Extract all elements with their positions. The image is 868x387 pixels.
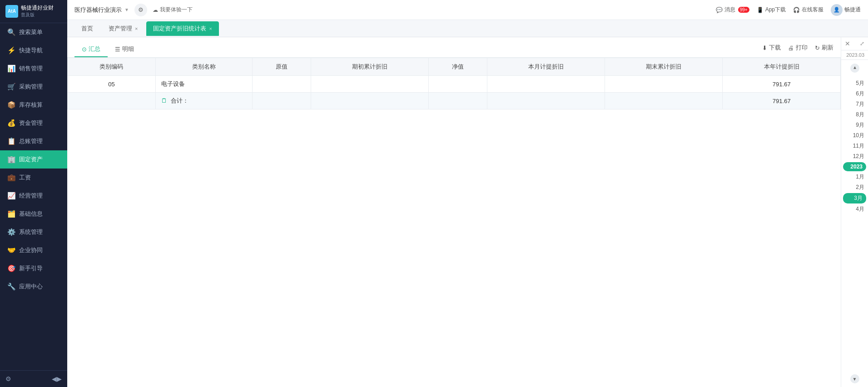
right-panel-expand-button[interactable]: ⤢ <box>860 40 864 47</box>
settings-icon[interactable]: ⚙ <box>5 375 11 382</box>
total-closing-depr <box>605 93 723 109</box>
company-selector[interactable]: 医疗器械行业演示 ▼ <box>74 6 129 14</box>
assets-icon: 🏢 <box>7 155 15 164</box>
sidebar-item-label-funds: 资金管理 <box>19 119 43 127</box>
month-item-3[interactable]: 3月 <box>843 193 866 203</box>
app-download-button[interactable]: 📱 App下载 <box>757 6 786 14</box>
month-item-11[interactable]: 11月 <box>841 141 868 151</box>
guide-icon: 🎯 <box>7 264 15 273</box>
right-panel-close-button[interactable]: ✕ <box>845 40 850 47</box>
cell-original <box>253 76 311 93</box>
sidebar-item-label-purchase: 采购管理 <box>19 83 43 91</box>
month-item-4[interactable]: 4月 <box>841 204 868 214</box>
download-button[interactable]: ⬇ 下载 <box>762 44 781 52</box>
depreciation-table: 类别编码 类别名称 原值 期初累计折旧 净值 本月计提折旧 期末累计折旧 本年计… <box>67 58 841 109</box>
month-item-10[interactable]: 10月 <box>841 130 868 141</box>
total-annual-depr: 791.67 <box>723 93 841 109</box>
sidebar-item-operations[interactable]: 📈经营管理 <box>0 187 67 205</box>
print-icon: 🖨 <box>788 45 794 51</box>
ledger-icon: 📋 <box>7 137 15 145</box>
summary-tab-label: 汇总 <box>89 45 100 53</box>
toggle-sidebar-button[interactable]: ◀▶ <box>52 375 62 382</box>
cell-closing-depr <box>605 76 723 93</box>
month-item-12[interactable]: 12月 <box>841 151 868 162</box>
month-item-5[interactable]: 5月 <box>841 78 868 89</box>
total-net-value <box>429 93 487 109</box>
total-label: 合计： <box>171 97 188 104</box>
logo-sub: 普及版 <box>21 12 54 18</box>
sidebar-item-assets[interactable]: 🏢固定资产 <box>0 150 67 169</box>
sidebar-item-label-collab: 企业协同 <box>19 246 43 254</box>
sidebar-item-search[interactable]: 🔍搜索菜单 <box>0 23 67 41</box>
asset-mgmt-tab-label: 资产管理 <box>109 25 132 33</box>
basic-icon: 🗂️ <box>7 210 15 218</box>
month-item-2[interactable]: 2月 <box>841 182 868 193</box>
depreciation-tab-close[interactable]: × <box>209 26 212 31</box>
sidebar-item-label-payroll: 工资 <box>19 174 31 182</box>
quicknav-icon: ⚡ <box>7 46 15 55</box>
month-item-9[interactable]: 9月 <box>841 120 868 130</box>
cell-code: 05 <box>68 76 156 93</box>
tab-summary[interactable]: ⊙ 汇总 <box>74 42 108 57</box>
col-header-net-value: 净值 <box>429 58 487 76</box>
print-button[interactable]: 🖨 打印 <box>788 44 808 52</box>
logo-title: 畅捷通好业财 <box>21 5 54 12</box>
tab-asset-mgmt[interactable]: 资产管理 × <box>102 21 144 36</box>
company-name: 医疗器械行业演示 <box>74 6 122 14</box>
cell-opening-depr <box>311 76 428 93</box>
sidebar-item-payroll[interactable]: 💼工资 <box>0 169 67 187</box>
detail-tab-icon: ☰ <box>115 46 120 53</box>
sidebar-item-basic[interactable]: 🗂️基础信息 <box>0 205 67 223</box>
tab-depreciation[interactable]: 固定资产折旧统计表 × <box>146 21 218 36</box>
content-main: ⊙ 汇总 ☰ 明细 ⬇ 下载 🖨 打印 <box>67 37 841 387</box>
funds-icon: 💰 <box>7 119 15 127</box>
topbar: 医疗器械行业演示 ▼ ⚙ ☁ 我要体验一下 💬 消息 99+ 📱 App下载 🎧… <box>67 0 868 20</box>
col-header-closing-depr: 期末累计折旧 <box>605 58 723 76</box>
month-item-8[interactable]: 8月 <box>841 109 868 120</box>
sidebar-item-label-guide: 新手引导 <box>19 264 43 273</box>
sidebar-item-appcenter[interactable]: 🔧应用中心 <box>0 278 67 296</box>
table-total-row: 🗒 合计： 791.67 <box>68 93 841 109</box>
sidebar-item-ledger[interactable]: 📋总账管理 <box>0 132 67 150</box>
month-item-7[interactable]: 7月 <box>841 99 868 109</box>
month-item-6[interactable]: 6月 <box>841 89 868 99</box>
timeline-header-date: 2023.03 <box>841 50 868 60</box>
asset-mgmt-tab-close[interactable]: × <box>135 26 138 31</box>
sidebar-item-purchase[interactable]: 🛒采购管理 <box>0 78 67 96</box>
total-original <box>253 93 311 109</box>
appcenter-icon: 🔧 <box>7 283 15 291</box>
logo-icon: AtA <box>5 5 18 18</box>
toolbar: ⬇ 下载 🖨 打印 ↻ 刷新 <box>762 44 833 55</box>
sidebar-item-label-assets: 固定资产 <box>19 155 43 164</box>
topbar-settings-button[interactable]: ⚙ <box>134 4 147 16</box>
sidebar-item-sales[interactable]: 📊销售管理 <box>0 60 67 78</box>
sidebar-item-inventory[interactable]: 📦库存核算 <box>0 96 67 114</box>
total-label-cell: 🗒 合计： <box>155 93 252 109</box>
total-icon: 🗒 <box>161 97 167 104</box>
tab-home[interactable]: 首页 <box>74 21 100 36</box>
year-marker-2023[interactable]: 2023 <box>843 162 866 171</box>
message-button[interactable]: 💬 消息 99+ <box>716 6 749 14</box>
experience-button[interactable]: ☁ 我要体验一下 <box>153 6 193 14</box>
col-header-original: 原值 <box>253 58 311 76</box>
sidebar-item-guide[interactable]: 🎯新手引导 <box>0 259 67 278</box>
sidebar-item-collab[interactable]: 🤝企业协同 <box>0 241 67 259</box>
phone-icon: 📱 <box>757 7 764 13</box>
home-tab-label: 首页 <box>81 25 93 33</box>
app-logo: AtA 畅捷通好业财 普及版 <box>0 0 67 23</box>
tab-detail[interactable]: ☰ 明细 <box>108 42 141 57</box>
download-btn-label: 下载 <box>769 44 781 52</box>
col-header-monthly-depr: 本月计提折旧 <box>487 58 605 76</box>
timeline-down-arrow[interactable]: ▼ <box>841 371 868 387</box>
sidebar-item-funds[interactable]: 💰资金管理 <box>0 114 67 132</box>
online-service-button[interactable]: 🎧 在线客服 <box>793 6 823 14</box>
month-item-1[interactable]: 1月 <box>841 172 868 182</box>
sidebar-item-label-basic: 基础信息 <box>19 210 43 218</box>
timeline-up-arrow[interactable]: ▼ <box>841 60 868 76</box>
col-header-opening-depr: 期初累计折旧 <box>311 58 428 76</box>
user-menu[interactable]: 👤 畅捷通 <box>831 4 861 16</box>
sidebar-item-system[interactable]: ⚙️系统管理 <box>0 223 67 241</box>
refresh-button[interactable]: ↻ 刷新 <box>815 44 833 52</box>
summary-tab-icon: ⊙ <box>82 46 87 53</box>
sidebar-item-quicknav[interactable]: ⚡快捷导航 <box>0 41 67 60</box>
